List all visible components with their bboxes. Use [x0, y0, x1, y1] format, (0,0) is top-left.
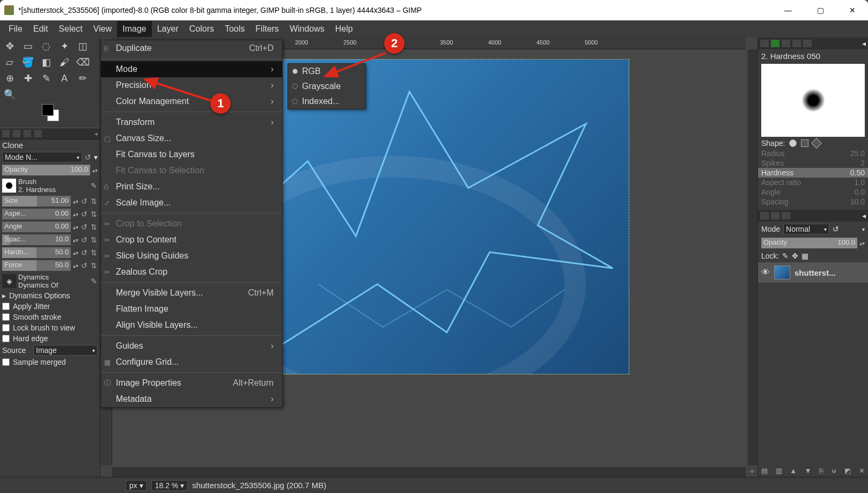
tab-icon[interactable] — [34, 130, 42, 137]
mode-reset-icon[interactable]: ↺ — [833, 225, 839, 233]
menu-edit[interactable]: Edit — [28, 21, 54, 37]
menuitem-transform[interactable]: Transform› — [101, 114, 282, 130]
menuitem-print-size-[interactable]: ⎙Print Size... — [101, 179, 282, 195]
spacing-slider[interactable]: Spac...10.0 — [2, 234, 71, 245]
merge-layer-icon[interactable]: ⊎ — [832, 467, 837, 475]
layers-opacity-slider[interactable]: Opacity 100.0 — [761, 238, 857, 248]
tab-icon[interactable] — [792, 40, 801, 47]
dynamics-edit-icon[interactable]: ✎ — [90, 277, 98, 285]
hard-edge-checkbox[interactable] — [2, 335, 10, 342]
mask-layer-icon[interactable]: ◩ — [844, 467, 851, 475]
move-tool-icon[interactable]: ✥ — [3, 40, 16, 53]
tab-icon[interactable] — [771, 212, 779, 219]
sample-merged-checkbox[interactable] — [2, 358, 10, 366]
layer-row[interactable]: 👁 shutterst... — [758, 262, 868, 283]
gradient-tool-icon[interactable]: ◧ — [40, 56, 53, 69]
tab-icon[interactable] — [782, 212, 790, 219]
tab-icon[interactable] — [760, 40, 769, 47]
lock-brush-to-view-checkbox[interactable] — [2, 324, 10, 332]
tabs-menu-icon[interactable]: ◂ — [862, 39, 866, 48]
tab-icon[interactable] — [771, 40, 779, 47]
shape-circle-icon[interactable] — [789, 139, 797, 147]
tabs-menu-icon[interactable]: ◂ — [862, 211, 866, 220]
visibility-toggle-icon[interactable]: 👁 — [761, 268, 770, 277]
force-slider[interactable]: Force50.0 — [2, 260, 71, 271]
close-button[interactable]: ✕ — [841, 2, 864, 18]
reset-icon[interactable]: ↺ — [80, 210, 88, 218]
mode-reset-icon[interactable]: ↺ — [84, 153, 92, 161]
brush-tool-icon[interactable]: 🖌 — [58, 56, 71, 69]
brush-edit-icon[interactable]: ✎ — [90, 181, 98, 190]
link-icon[interactable]: ⇅ — [90, 248, 98, 257]
tab-icon[interactable] — [2, 130, 10, 137]
menuitem-image-properties[interactable]: ⓘImage PropertiesAlt+Return — [101, 375, 282, 391]
shape-square-icon[interactable] — [801, 139, 808, 147]
tab-icon[interactable] — [24, 130, 31, 137]
tabs-menu-icon[interactable]: ◂ — [94, 130, 98, 137]
lock-position-icon[interactable]: ✥ — [792, 252, 798, 260]
menu-view[interactable]: View — [88, 21, 117, 37]
aspect-slider[interactable]: Aspe...0.00 — [2, 209, 71, 219]
mode-option-indexed-[interactable]: Indexed... — [288, 94, 365, 109]
menu-select[interactable]: Select — [53, 21, 87, 37]
dynamics-options-expander[interactable]: ▸Dynamics Options — [0, 290, 100, 301]
reset-icon[interactable]: ↺ — [80, 248, 88, 257]
layers-mode-select[interactable]: Normal▾ — [783, 224, 829, 234]
shape-diamond-icon[interactable] — [811, 138, 822, 149]
menu-tools[interactable]: Tools — [219, 21, 250, 37]
hardness-slider[interactable]: Hardn...50.0 — [2, 247, 71, 258]
menuitem-align-visible-layers-[interactable]: Align Visible Layers... — [101, 317, 282, 333]
zoom-select[interactable]: 18.2 % ▾ — [151, 480, 188, 491]
menuitem-slice-using-guides[interactable]: ✂Slice Using Guides — [101, 248, 282, 264]
color-swatch[interactable] — [42, 104, 60, 122]
minimize-button[interactable]: — — [777, 2, 799, 18]
reset-icon[interactable]: ↺ — [80, 197, 88, 205]
crop-tool-icon[interactable]: ◫ — [76, 40, 89, 53]
fuzzy-tool-icon[interactable]: ✦ — [58, 40, 71, 53]
scrollbar-horizontal[interactable] — [112, 467, 746, 477]
menu-file[interactable]: File — [3, 21, 28, 37]
eraser-tool-icon[interactable]: ⌫ — [76, 56, 89, 69]
menuitem-crop-to-content[interactable]: ✂Crop to Content — [101, 232, 282, 248]
text-tool-icon[interactable]: A — [58, 72, 71, 85]
menu-layer[interactable]: Layer — [152, 21, 184, 37]
zoom-tool-icon[interactable]: 🔍 — [3, 88, 16, 101]
rect-select-tool-icon[interactable]: ▭ — [21, 40, 34, 53]
menuitem-flatten-image[interactable]: Flatten Image — [101, 301, 282, 317]
opacity-slider[interactable]: Opacity 100.0 — [2, 165, 90, 175]
brush-preview-icon[interactable] — [2, 179, 16, 193]
reset-icon[interactable]: ↺ — [80, 236, 88, 244]
fg-color-swatch[interactable] — [42, 104, 54, 116]
menu-help[interactable]: Help — [330, 21, 358, 37]
menuitem-canvas-size-[interactable]: ▢Canvas Size... — [101, 130, 282, 146]
delete-layer-icon[interactable]: ✕ — [859, 467, 865, 475]
raise-layer-icon[interactable]: ▲ — [790, 467, 797, 475]
menu-windows[interactable]: Windows — [284, 21, 330, 37]
new-group-icon[interactable]: ▥ — [776, 467, 782, 475]
scrollbar-vertical[interactable] — [748, 49, 757, 465]
link-icon[interactable]: ⇅ — [90, 197, 98, 205]
menuitem-merge-visible-layers-[interactable]: Merge Visible Layers...Ctrl+M — [101, 285, 282, 301]
link-icon[interactable]: ⇅ — [90, 210, 98, 218]
smooth-stroke-checkbox[interactable] — [2, 313, 10, 321]
menuitem-guides[interactable]: Guides› — [101, 338, 282, 354]
duplicate-layer-icon[interactable]: ⎘ — [819, 467, 823, 475]
reset-icon[interactable]: ↺ — [80, 261, 88, 270]
menuitem-metadata[interactable]: Metadata› — [101, 391, 282, 407]
menuitem-zealous-crop[interactable]: ✂Zealous Crop — [101, 264, 282, 280]
unit-select[interactable]: px ▾ — [126, 480, 147, 491]
clone-tool-icon[interactable]: ⊕ — [3, 72, 16, 85]
menu-colors[interactable]: Colors — [184, 21, 219, 37]
dynamics-icon[interactable]: ◈ — [2, 274, 16, 288]
lower-layer-icon[interactable]: ▼ — [805, 467, 812, 475]
menuitem-configure-grid-[interactable]: ▦Configure Grid... — [101, 354, 282, 370]
maximize-button[interactable]: ▢ — [809, 2, 832, 18]
link-icon[interactable]: ⇅ — [90, 236, 98, 244]
tab-icon[interactable] — [13, 130, 20, 137]
apply-jitter-checkbox[interactable] — [2, 303, 10, 310]
heal-tool-icon[interactable]: ✚ — [21, 72, 34, 85]
lock-alpha-icon[interactable]: ▦ — [801, 252, 808, 260]
tab-icon[interactable] — [803, 40, 812, 47]
new-layer-icon[interactable]: ▤ — [761, 467, 768, 475]
menuitem-fit-canvas-to-layers[interactable]: Fit Canvas to Layers — [101, 146, 282, 163]
